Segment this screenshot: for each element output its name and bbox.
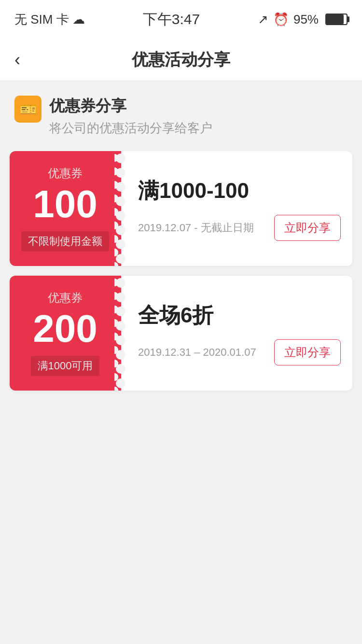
nav-bar: ‹ 优惠活动分享	[0, 39, 362, 81]
alarm-icon: ⏰	[273, 12, 289, 27]
page-title: 优惠活动分享	[132, 49, 230, 71]
coupon-date-1: 2019.12.07 - 无截止日期	[138, 221, 254, 235]
status-time: 下午3:47	[143, 10, 200, 29]
coupon-meta-1: 2019.12.07 - 无截止日期 立即分享	[138, 215, 341, 241]
coupon-meta-2: 2019.12.31 – 2020.01.07 立即分享	[138, 339, 341, 365]
coupon-icon: 🎫	[20, 101, 37, 117]
coupon-title-2: 全场6折	[138, 301, 341, 330]
coupon-card-1: 优惠券 100 不限制使用金额 满1000-100 2019.12.07 - 无…	[10, 151, 352, 266]
section-icon: 🎫	[14, 96, 42, 123]
empty-area	[0, 400, 362, 642]
coupon-amount-2: 200	[33, 309, 97, 348]
location-icon: ↗	[258, 12, 268, 27]
status-right: ↗ ⏰ 95%	[258, 12, 348, 27]
battery-percent: 95%	[293, 12, 319, 27]
back-button[interactable]: ‹	[14, 50, 20, 70]
section-title: 优惠券分享	[49, 96, 212, 117]
sim-text: 无 SIM 卡 ☁	[14, 11, 85, 28]
coupon-title-1: 满1000-100	[138, 177, 341, 205]
section-header: 🎫 优惠券分享 将公司的优惠活动分享给客户	[0, 81, 362, 146]
status-left: 无 SIM 卡 ☁	[14, 11, 85, 28]
coupon-condition-1: 不限制使用金额	[21, 231, 109, 252]
battery-icon	[325, 14, 348, 25]
coupon-amount-1: 100	[33, 185, 97, 224]
coupon-left-2: 优惠券 200 满1000可用	[10, 276, 121, 391]
coupon-right-2: 全场6折 2019.12.31 – 2020.01.07 立即分享	[121, 276, 352, 391]
coupon-label-1: 优惠券	[48, 166, 83, 181]
coupon-right-1: 满1000-100 2019.12.07 - 无截止日期 立即分享	[121, 151, 352, 266]
coupon-left-1: 优惠券 100 不限制使用金额	[10, 151, 121, 266]
share-button-1[interactable]: 立即分享	[274, 215, 341, 241]
coupon-list: 优惠券 100 不限制使用金额 满1000-100 2019.12.07 - 无…	[0, 146, 362, 391]
share-button-2[interactable]: 立即分享	[274, 339, 341, 365]
coupon-label-2: 优惠券	[48, 290, 83, 306]
status-bar: 无 SIM 卡 ☁ 下午3:47 ↗ ⏰ 95%	[0, 0, 362, 39]
coupon-card-2: 优惠券 200 满1000可用 全场6折 2019.12.31 – 2020.0…	[10, 276, 352, 391]
coupon-condition-2: 满1000可用	[31, 356, 100, 376]
coupon-date-2: 2019.12.31 – 2020.01.07	[138, 346, 256, 359]
section-subtitle: 将公司的优惠活动分享给客户	[49, 120, 212, 137]
section-text: 优惠券分享 将公司的优惠活动分享给客户	[49, 96, 212, 137]
